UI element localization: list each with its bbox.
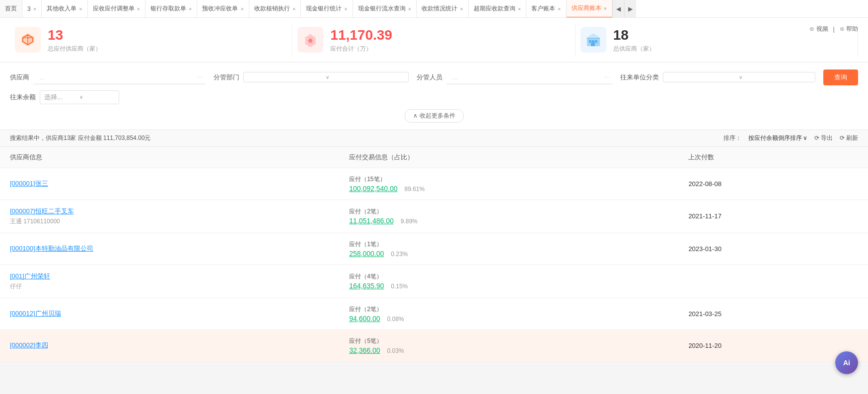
person-input[interactable]: [449, 71, 604, 83]
pay-info-4: 应付（2笔） 94,600.00 0.08%: [349, 305, 688, 323]
stats-text-payable-total: 11,170.39 应付合计（万）: [330, 27, 392, 53]
pay-label-5: 应付（5笔）: [349, 337, 688, 345]
close-tab-customer-book[interactable]: ×: [558, 6, 561, 12]
filter-field-dept: 分管部门 ∨: [214, 72, 409, 82]
pay-percent-0: 89.61%: [405, 186, 425, 193]
table-row: [000007]恒旺二手叉车 王通 17106110000 应付（2笔） 11,…: [0, 200, 868, 233]
filter-field-balance: 往来余额 选择... ∨: [10, 90, 134, 104]
export-link[interactable]: ⟳ 导出: [814, 134, 833, 142]
svg-point-10: [308, 39, 312, 43]
nav-tab-supplier-book[interactable]: 供应商账本 ×: [567, 0, 612, 18]
filter-label-person: 分管人员: [417, 73, 442, 82]
sort-select[interactable]: 按应付余额倒序排序 ∨: [748, 134, 807, 142]
svg-rect-15: [591, 43, 595, 46]
close-tab-pre-ar[interactable]: ×: [240, 6, 243, 12]
stats-text-total-suppliers: 18 总供应商（家）: [613, 27, 655, 53]
supplier-link-1[interactable]: [000007]恒旺二手叉车: [10, 207, 74, 215]
supplier-link-3[interactable]: [001]广州荣轩: [10, 272, 50, 280]
balance-select-arrow: ∨: [79, 94, 115, 100]
filter-label-dept: 分管部门: [214, 73, 239, 82]
pay-percent-4: 0.08%: [387, 316, 404, 323]
category-select[interactable]: ∨: [663, 72, 816, 82]
table-container: 供应商信息 应付交易信息（占比） 上次付数 [000001]张三 应付（15笔）…: [0, 147, 868, 362]
nav-tab-receipt-verify[interactable]: 收款核销执行 ×: [249, 0, 301, 18]
dept-select[interactable]: ∨: [243, 72, 409, 82]
video-icon: ⊙: [809, 25, 814, 32]
category-select-arrow: ∨: [739, 74, 811, 80]
nav-tab-customer-book[interactable]: 客户账本 ×: [526, 0, 566, 18]
dept-select-arrow: ∨: [326, 74, 404, 80]
nav-tab-bank-deposit[interactable]: 银行存取款单 ×: [145, 0, 197, 18]
supplier-link-0[interactable]: [000001]张三: [10, 180, 48, 187]
close-tab-receipt-stat[interactable]: ×: [460, 6, 463, 12]
nav-tab-receipt-stat[interactable]: 收款情况统计 ×: [417, 0, 468, 18]
flower-icon: [297, 27, 323, 53]
nav-tab-cash-bank-stat[interactable]: 现金银行统计 ×: [301, 0, 353, 18]
filter-label-supplier: 供应商: [10, 73, 29, 82]
last-pay-1: 2021-11-17: [688, 212, 858, 220]
pay-label-3: 应付（4笔）: [349, 272, 688, 281]
help-bar: ⊙ 视频 | ⊙ 帮助: [809, 25, 858, 33]
nav-tab-cash-bank-flow[interactable]: 现金银行流水查询 ×: [353, 0, 417, 18]
pay-amount-0[interactable]: 100,092,540.00: [349, 185, 397, 193]
refresh-link[interactable]: ⟳ 刷新: [840, 134, 858, 142]
pay-amount-1[interactable]: 11,051,486.00: [349, 217, 394, 225]
filter-row-1: 供应商 ··· 分管部门 ∨ 分管人员 ··· 往来单位分类: [10, 69, 858, 85]
help-link[interactable]: ⊙ 帮助: [840, 25, 858, 33]
supplier-info-4: [000012]广州贝瑞: [10, 309, 349, 318]
help-divider: |: [833, 26, 835, 33]
close-tab-overdue-ar[interactable]: ×: [518, 6, 521, 12]
close-tab-cash-bank-stat[interactable]: ×: [344, 6, 347, 12]
last-pay-5: 2020-11-20: [688, 342, 858, 349]
nav-tab-other-income[interactable]: 其他收入单 ×: [42, 0, 87, 18]
svg-rect-13: [592, 40, 594, 43]
close-tab-bank-deposit[interactable]: ×: [189, 6, 192, 12]
close-tab-cash-bank-flow[interactable]: ×: [408, 6, 411, 12]
pay-amount-5[interactable]: 32,366.00: [349, 346, 380, 354]
nav-tab-pre-ar[interactable]: 预收冲应收单 ×: [197, 0, 249, 18]
result-bar: 搜索结果中，供应商13家 应付金额 111,703,854.00元 排序： 按应…: [0, 130, 868, 147]
table-header-pay-info: 应付交易信息（占比）: [349, 153, 688, 162]
svg-rect-14: [595, 40, 597, 43]
balance-select[interactable]: 选择... ∨: [40, 90, 119, 104]
nav-tab-overdue-ar[interactable]: 超期应收款查询 ×: [469, 0, 526, 18]
nav-tab-3[interactable]: 3 ×: [22, 0, 42, 18]
close-tab-ar-ap-adjust[interactable]: ×: [137, 6, 140, 12]
filter-field-category: 往来单位分类 ∨: [620, 72, 816, 82]
nav-tab-home[interactable]: 首页: [0, 0, 22, 18]
supplier-link-2[interactable]: [000100]本特勤油品有限公司: [10, 245, 93, 252]
table-row: [000001]张三 应付（15笔） 100,092,540.00 89.61%…: [0, 168, 868, 200]
diamond-icon: [15, 27, 41, 53]
query-button[interactable]: 查询: [823, 69, 858, 85]
last-pay-0: 2022-08-08: [688, 180, 858, 188]
top-nav: 首页 3 × 其他收入单 × 应收应付调整单 × 银行存取款单 × 预收冲应收单…: [0, 0, 868, 18]
stats-bar: 13 总应付供应商（家） 11,170.39 应付合计（万）: [0, 18, 868, 63]
supplier-dots-icon: ···: [197, 73, 202, 80]
stats-item-payable-total: 11,170.39 应付合计（万）: [292, 23, 575, 57]
close-tab-3[interactable]: ×: [33, 6, 36, 12]
nav-tab-ar-ap-adjust[interactable]: 应收应付调整单 ×: [88, 0, 145, 18]
pay-percent-1: 9.89%: [401, 218, 418, 225]
nav-arrow-left[interactable]: ◀: [612, 0, 624, 18]
stats-label-payable-total: 应付合计（万）: [330, 45, 392, 53]
supplier-link-5[interactable]: [000002]李四: [10, 341, 48, 349]
supplier-link-4[interactable]: [000012]广州贝瑞: [10, 310, 61, 317]
supplier-input[interactable]: [36, 71, 197, 83]
pay-amount-3[interactable]: 164,635.90: [349, 282, 384, 290]
pay-percent-2: 0.23%: [391, 251, 408, 258]
collapse-button[interactable]: ∧ 收起更多条件: [405, 109, 464, 123]
close-tab-supplier-book[interactable]: ×: [604, 5, 607, 11]
supplier-sub-3: 仔仔: [10, 282, 349, 291]
close-tab-other-income[interactable]: ×: [79, 6, 82, 12]
video-link[interactable]: ⊙ 视频: [809, 25, 828, 33]
svg-marker-16: [586, 33, 601, 38]
filter-field-supplier: 供应商 ···: [10, 70, 206, 84]
nav-arrow-right[interactable]: ▶: [624, 0, 636, 18]
pay-amount-4[interactable]: 94,600.00: [349, 315, 380, 323]
supplier-info-5: [000002]李四: [10, 341, 349, 350]
stats-label-total-suppliers: 总供应商（家）: [613, 45, 655, 53]
pay-amount-2[interactable]: 258,000.00: [349, 250, 384, 258]
supplier-input-wrapper: ···: [33, 70, 206, 84]
close-tab-receipt-verify[interactable]: ×: [292, 6, 295, 12]
filter-label-balance: 往来余额: [10, 93, 36, 102]
